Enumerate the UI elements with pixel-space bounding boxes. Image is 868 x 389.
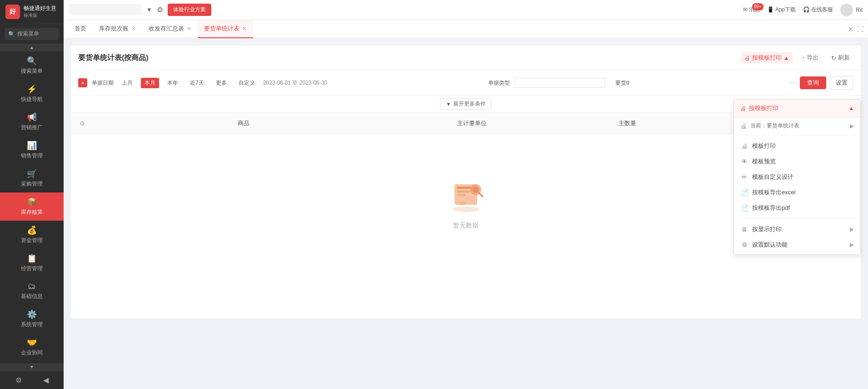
dropdown-item-export-pdf[interactable]: 📄 按模板导出pdf [734,200,860,216]
template-print-icon: 🖨 [740,142,748,150]
sidebar-footer: ⚙ ◀ [0,371,64,389]
current-month-btn[interactable]: 本月 [141,78,159,88]
sidebar-item-quick-nav[interactable]: ⚡ 快捷导航 [0,80,64,108]
purchase-icon: 🛒 [27,169,37,179]
template-preview-icon: 👁 [740,158,748,165]
marketing-icon: 📢 [27,112,37,122]
user-avatar [840,4,853,16]
collab-icon: 🤝 [27,338,37,348]
page-title: 要货单统计表(按商品) [78,53,149,63]
sidebar-item-sales[interactable]: 📊 销售管理 [0,136,64,164]
query-btn[interactable]: 查询 [800,76,826,89]
sidebar-scroll-down[interactable]: ▼ [0,363,64,371]
search-icon: 🔍 [8,31,15,37]
date-range-display: 2023-06-01 至 2023-06-30 [263,79,327,87]
empty-text: 暂无数据 [453,222,479,230]
tab-expand-btn[interactable]: ⛶ [857,25,863,33]
more-options-btn[interactable]: ··· [790,79,796,87]
topbar-search-box[interactable] [69,4,142,15]
tab-receipt-summary[interactable]: 收发存汇总表 ✕ [142,20,198,38]
sidebar-item-business[interactable]: 📋 经营管理 [0,249,64,277]
chevron-up-icon: ▲ [783,55,789,61]
sidebar-item-marketing[interactable]: 📢 营销推广 [0,108,64,136]
online-service-btn[interactable]: 🎧 在线客服 [803,6,833,14]
service-icon: 🎧 [803,6,810,13]
tab-minimize-btn[interactable]: ✕ [848,25,853,33]
settings-btn[interactable]: 设置 [830,76,853,90]
dropdown-collapse-btn[interactable]: ▲ [848,105,854,111]
dropdown-item-template-custom[interactable]: ✏ 模板自定义设计 [734,169,860,185]
sidebar-item-inventory[interactable]: 📦 库存核算 [0,192,64,221]
dropdown-item-template-preview[interactable]: 👁 模板预览 [734,154,860,169]
export-icon: ↑ [802,55,805,61]
report-header: 要货单统计表(按商品) 🖨 按模板打印 ▲ ↑ 导出 ↻ 刷新 [71,45,861,71]
template-custom-icon: ✏ [740,173,748,181]
business-icon: 📋 [27,253,37,263]
print-icon: 🖨 [744,55,750,61]
tab-close-receipt-summary[interactable]: ✕ [187,25,191,32]
refresh-btn[interactable]: ↻ 刷新 [828,52,853,64]
app-logo-text: 畅捷通好生意 标准版 [24,5,56,19]
settings-footer-btn[interactable]: ⚙ [15,376,22,384]
export-excel-icon: 📄 [740,189,748,196]
topbar-right: ✉ 消息 99+ 📱 App下载 🎧 在线客服 Rit [743,4,863,16]
collapse-footer-btn[interactable]: ◀ [43,376,49,384]
more-date-btn[interactable]: 更多 [212,78,230,88]
print-template-btn[interactable]: 🖨 按模板打印 ▲ [741,52,793,64]
sidebar-item-finance[interactable]: 💰 资金管理 [0,221,64,249]
last7days-btn[interactable]: 近7天 [186,78,208,88]
chevron-down-icon: ▼ [446,101,451,107]
sidebar-item-basic[interactable]: 🗂 基础信息 [0,277,64,305]
sidebar-item-purchase[interactable]: 🛒 采购管理 [0,164,64,192]
sales-icon: 📊 [27,141,37,151]
dropdown-item-template-print[interactable]: 🖨 模板打印 [734,138,860,154]
user-profile-btn[interactable]: Rit [840,4,863,16]
report-actions: 🖨 按模板打印 ▲ ↑ 导出 ↻ 刷新 [741,52,853,64]
current-template-label[interactable]: 🖨 当前：要货单统计表 ▶ [734,119,860,132]
current-year-btn[interactable]: 本年 [164,78,182,88]
svg-rect-4 [457,194,466,196]
finance-icon: 💰 [27,225,37,235]
sidebar-search[interactable]: 🔍 搜索菜单 [5,28,59,40]
th-gear[interactable]: ⚙ [71,117,94,130]
refresh-icon: ↻ [831,55,836,61]
th-qty: 主数量 [549,116,705,130]
date-filter-label: 单据日期 [92,79,114,87]
sidebar-item-collab[interactable]: 🤝 企业协同 [0,333,64,361]
app-download-btn[interactable]: 📱 App下载 [767,6,796,14]
dropdown-section-display: 🖥 按显示打印 ▶ ⚙ 设置默认功能 ▶ [734,220,860,254]
svg-point-6 [473,187,479,193]
dropdown-divider-2 [734,218,860,219]
industry-btn[interactable]: 体验行业方案 [168,4,211,16]
export-btn[interactable]: ↑ 导出 [798,52,823,64]
sidebar-scroll-up[interactable]: ▲ [0,44,64,51]
tab-close-order-stats[interactable]: ✕ [242,25,247,32]
sidebar: 好 畅捷通好生意 标准版 🔍 搜索菜单 ▲ 🔍 搜索菜单 ⚡ 快捷导航 📢 营销… [0,0,64,389]
order-type-select[interactable] [514,78,605,88]
tab-close-inventory-batch[interactable]: ✕ [131,25,136,32]
sidebar-item-system[interactable]: ⚙️ 系统管理 [0,305,64,333]
dropdown-item-default-func[interactable]: ⚙ 设置默认功能 ▶ [734,237,860,253]
basic-icon: 🗂 [28,282,36,291]
topbar-dropdown-btn[interactable]: ▼ [146,6,152,13]
dropdown-item-display-print[interactable]: 🖥 按显示打印 ▶ [734,222,860,237]
tab-home[interactable]: 首页 [68,20,93,38]
print-panel-icon: 🖨 [740,105,746,112]
message-badge: 99+ [752,3,763,10]
custom-date-btn[interactable]: 自定义 [235,78,259,88]
tabs-actions: ✕ ⛶ [848,25,863,33]
topbar-gear-btn[interactable]: ⚙ [157,5,163,14]
expand-more-btn[interactable]: ▼ 展开更多条件 [440,98,492,110]
tab-inventory-batch[interactable]: 库存批次账 ✕ [93,20,142,38]
dropdown-item-export-excel[interactable]: 📄 按模板导出excel [734,185,860,200]
main-content: ▼ ⚙ 体验行业方案 ✉ 消息 99+ 📱 App下载 🎧 在线客服 Rit [64,0,868,389]
filter-expand-btn[interactable]: » [78,78,87,87]
tab-order-stats[interactable]: 要货单统计表 ✕ [198,20,253,38]
sidebar-logo: 好 畅捷通好生意 标准版 [0,0,64,24]
display-arrow-icon: ▶ [850,226,854,232]
last-month-btn[interactable]: 上月 [118,78,136,88]
sidebar-item-search-menu[interactable]: 🔍 搜索菜单 [0,51,64,80]
svg-point-8 [459,202,466,205]
svg-rect-3 [457,191,470,192]
message-btn[interactable]: ✉ 消息 99+ [743,6,760,14]
